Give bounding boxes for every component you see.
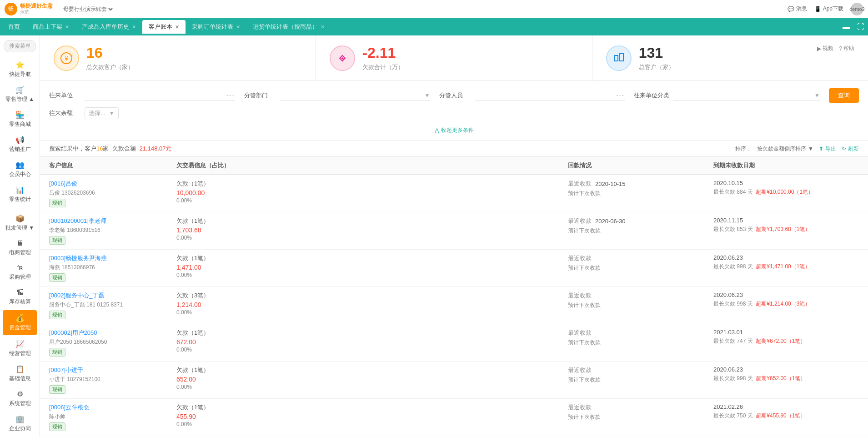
sidebar-item-retail-stats[interactable]: 📊 零售统计 xyxy=(0,182,40,207)
collapse-button[interactable]: ⋀ 收起更多条件 xyxy=(49,124,859,137)
customer-name-link-6[interactable]: [0006]云斗粮仓 xyxy=(49,404,89,411)
inventory-label: 库存核算 xyxy=(9,298,31,306)
overdue-link-4[interactable]: 超期¥672.00（1笔） xyxy=(756,338,806,344)
customer-name-link-3[interactable]: [0002]服务中心_丁磊 xyxy=(49,292,104,299)
sidebar-item-retail-mgmt[interactable]: 🛒 零售管理 ▲ xyxy=(0,82,40,107)
customer-contact-1: 李老师 18600391516 xyxy=(49,226,176,234)
overdue-link-0[interactable]: 超期¥10,000.00（1笔） xyxy=(756,189,813,195)
debt-amount-5: 652.00 xyxy=(176,376,568,383)
customer-name-link-2[interactable]: [0003]畅捷服务尹海燕 xyxy=(49,255,107,261)
tab-bar-controls: ▬ ⛶ xyxy=(841,23,866,31)
overdue-link-6[interactable]: 超期¥455.90（1笔） xyxy=(756,412,806,419)
tab-expand-icon[interactable]: ⛶ xyxy=(855,23,866,31)
top-header: 畅 畅捷通好生意 示范 | 母婴行业演示账套 💬 消息 📱 App下载 demo… xyxy=(0,0,868,18)
filter-row-1: 往来单位 ··· 分管部门 ▼ 分管人员 xyxy=(49,88,859,103)
customer-name-link-5[interactable]: [0007]小进干 xyxy=(49,367,83,373)
basic-info-icon: 📋 xyxy=(15,365,25,373)
tab-collapse-icon[interactable]: ▬ xyxy=(841,23,852,31)
tab-purchase-order[interactable]: 采购订单统计表 ✕ xyxy=(186,20,246,34)
video-icon: ▶ xyxy=(817,45,821,52)
export-btn[interactable]: ⬆ 导出 xyxy=(819,145,836,153)
close-purchase-order[interactable]: ✕ xyxy=(236,24,240,30)
repay-label-4: 最近收款 xyxy=(568,329,592,337)
sidebar-item-marketing[interactable]: 📢 营销推广 xyxy=(0,132,40,157)
repay-row-6: 最近收款 xyxy=(568,403,713,412)
sidebar-search-box[interactable]: 搜索菜单 xyxy=(4,40,36,52)
avatar[interactable]: demo2 xyxy=(851,3,863,15)
sort-select[interactable]: 按欠款金额倒序排序 ▼ xyxy=(757,145,813,153)
tab-product-history[interactable]: 产成品入库单历史 ✕ xyxy=(75,20,142,34)
stat-icon-total xyxy=(606,45,632,71)
repay-label-0: 最近收款 xyxy=(568,180,592,188)
due-detail-5: 最长欠款 998 天 超期¥652.00（1笔） xyxy=(713,375,859,382)
sidebar-item-batch-mgmt[interactable]: 📦 批发管理 ▼ xyxy=(0,211,40,236)
debt-count-3: 欠款（3笔） xyxy=(176,291,568,300)
tab-purchase-stats[interactable]: 进货单统计表（按商品） ✕ xyxy=(246,20,331,34)
source-unit-input[interactable] xyxy=(85,90,226,100)
ops-mgmt-label: 经营管理 xyxy=(9,350,31,357)
due-date-1: 2020.11.15 xyxy=(713,217,859,224)
debt-customers-label: 总欠款客户（家） xyxy=(86,63,134,71)
video-btn[interactable]: ▶ 视频 xyxy=(817,45,833,52)
close-customer-account[interactable]: ✕ xyxy=(175,24,179,30)
repay-date-0: 2020-10-15 xyxy=(595,181,626,187)
customer-info-5: [0007]小进干 小进干 18279152100 现销 xyxy=(49,366,176,394)
help-btn[interactable]: ? 帮助 xyxy=(839,45,854,52)
manager-input[interactable] xyxy=(475,90,616,100)
customer-name-link-4[interactable]: [000002]用户2050 xyxy=(49,329,97,336)
app-download-btn[interactable]: 📱 App下载 xyxy=(814,5,843,13)
sidebar: 搜索菜单 ⭐ 快捷导航 🛒 零售管理 ▲ 🏪 零售商城 📢 营销推广 👥 会员中… xyxy=(0,35,40,437)
tab-products-off[interactable]: 商品上下架 ✕ xyxy=(26,20,75,34)
overdue-link-1[interactable]: 超期¥1,703.68（1笔） xyxy=(756,226,810,232)
close-product-history[interactable]: ✕ xyxy=(132,24,136,30)
sidebar-item-retail-store[interactable]: 🏪 零售商城 xyxy=(0,107,40,132)
sidebar-item-ops-mgmt[interactable]: 📈 经营管理 xyxy=(0,336,40,361)
sidebar-item-inventory[interactable]: 🏗 库存核算 xyxy=(0,285,40,309)
sidebar-item-basic-info[interactable]: 📋 基础信息 xyxy=(0,361,40,386)
debt-pct-6: 0.00% xyxy=(176,421,568,427)
sidebar-item-quick-nav[interactable]: ⭐ 快捷导航 xyxy=(0,57,40,82)
table-row-inner: [0003]畅捷服务尹海燕 海燕 18513066976 现销 欠款（1笔） 1… xyxy=(40,250,868,286)
table-header: 客户信息 欠交易信息（占比） 回款情况 到期未收款日期 xyxy=(40,157,868,175)
close-purchase-stats[interactable]: ✕ xyxy=(321,24,325,30)
svg-rect-3 xyxy=(614,55,618,61)
logo-area: 畅 畅捷通好生意 示范 | 母婴行业演示账套 xyxy=(5,3,114,15)
export-icon: ⬆ xyxy=(819,146,823,152)
sidebar-item-purchase-mgmt[interactable]: 🛍 采购管理 xyxy=(0,260,40,285)
tab-home[interactable]: 首页 xyxy=(2,20,26,34)
refresh-btn[interactable]: ↻ 刷新 xyxy=(842,145,859,153)
customer-tag-6: 现销 xyxy=(49,422,65,431)
source-unit-dots[interactable]: ··· xyxy=(226,91,235,100)
customer-name-link-1[interactable]: [00010200001]李老师 xyxy=(49,217,106,224)
sort-area: 排序： 按欠款金额倒序排序 ▼ ⬆ 导出 ↻ 刷新 xyxy=(735,145,859,153)
tab-customer-account[interactable]: 客户账本 ✕ xyxy=(142,20,186,34)
unit-category-input[interactable] xyxy=(673,90,814,100)
search-button[interactable]: 查询 xyxy=(829,88,859,103)
overdue-link-2[interactable]: 超期¥1,471.00（1笔） xyxy=(756,263,810,270)
sort-label: 排序： xyxy=(735,145,752,153)
customer-name-link-0[interactable]: [0016]吕俊 xyxy=(49,180,77,187)
table-body: [0016]吕俊 吕俊 13026203696 现销 欠款（1笔） 10,000… xyxy=(40,175,868,437)
sidebar-item-members[interactable]: 👥 会员中心 xyxy=(0,157,40,182)
sidebar-item-ecommerce[interactable]: 🖥 电商管理 xyxy=(0,236,40,260)
sidebar-item-enterprise[interactable]: 🏢 企业协同 xyxy=(0,411,40,436)
company-selector[interactable]: 母婴行业演示账套 xyxy=(61,5,114,13)
overdue-link-3[interactable]: 超期¥1,214.00（3笔） xyxy=(756,301,810,307)
data-table: 客户信息 欠交易信息（占比） 回款情况 到期未收款日期 [0016]吕俊 吕俊 … xyxy=(40,157,868,437)
debt-info-0: 欠款（1笔） 10,000.00 0.00% xyxy=(176,180,568,204)
due-detail-6: 最长欠款 750 天 超期¥455.90（1笔） xyxy=(713,412,859,420)
close-products-off[interactable]: ✕ xyxy=(65,24,69,30)
basic-info-label: 基础信息 xyxy=(9,375,31,382)
table-row: [0002]服务中心_丁磊 服务中心_丁磊 181 0125 8371 现销 欠… xyxy=(40,287,868,324)
stat-card-total-customers: 131 总客户（家） ▶ 视频 ? 帮助 xyxy=(592,35,868,80)
overdue-link-5[interactable]: 超期¥652.00（1笔） xyxy=(756,375,806,382)
sidebar-item-finance[interactable]: 💰 资金管理 xyxy=(3,310,37,335)
message-btn[interactable]: 💬 消息 xyxy=(788,5,807,13)
svg-rect-4 xyxy=(620,54,623,61)
due-date-2: 2020.06.23 xyxy=(713,254,859,261)
manager-dots[interactable]: ··· xyxy=(616,91,625,100)
sidebar-item-system[interactable]: ⚙ 系统管理 xyxy=(0,386,40,411)
dept-input[interactable] xyxy=(280,90,425,100)
repay-next-1: 预计下次收款 xyxy=(568,227,713,235)
customer-tag-3: 现销 xyxy=(49,311,65,319)
